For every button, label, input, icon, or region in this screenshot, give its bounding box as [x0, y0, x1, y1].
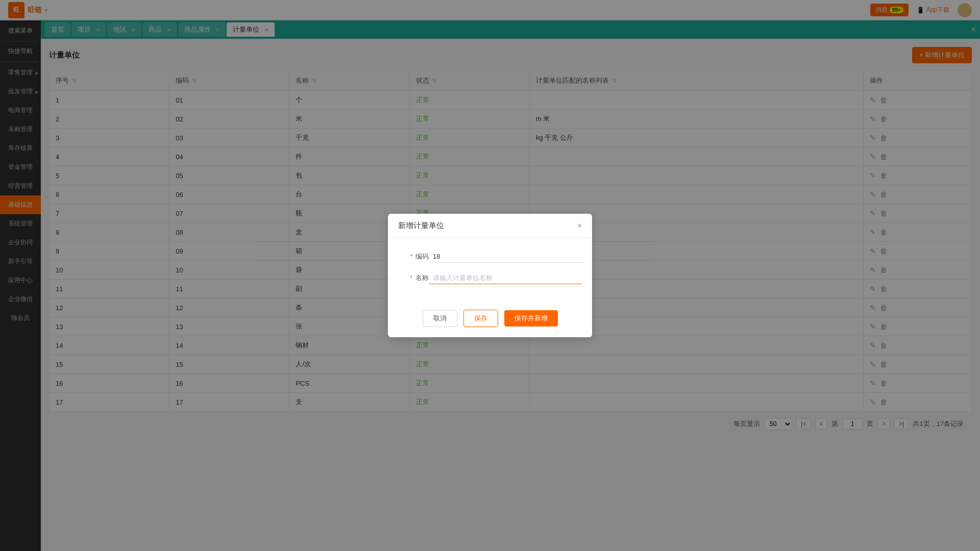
modal-body: * 编码 * 名称: [388, 238, 592, 302]
code-input[interactable]: [429, 251, 582, 263]
form-row-name: * 名称: [398, 272, 582, 284]
modal-header: 新增计量单位 ×: [388, 214, 592, 238]
save-button[interactable]: 保存: [463, 310, 498, 327]
modal-overlay[interactable]: 新增计量单位 × * 编码 * 名称 取消 保存 保存并新增: [0, 0, 980, 551]
code-required-mark: *: [410, 253, 412, 260]
add-unit-modal: 新增计量单位 × * 编码 * 名称 取消 保存 保存并新增: [388, 214, 592, 337]
save-new-button[interactable]: 保存并新增: [504, 310, 558, 327]
modal-close-button[interactable]: ×: [577, 221, 582, 231]
form-row-code: * 编码: [398, 251, 582, 263]
name-required-mark: *: [410, 274, 412, 282]
name-label-text: 名称: [415, 274, 429, 282]
code-label: * 编码: [398, 252, 429, 261]
modal-footer: 取消 保存 保存并新增: [388, 302, 592, 337]
name-label: * 名称: [398, 273, 429, 283]
name-input[interactable]: [429, 272, 582, 284]
cancel-button[interactable]: 取消: [423, 310, 457, 327]
code-label-text: 编码: [415, 253, 429, 260]
modal-title: 新增计量单位: [398, 221, 444, 231]
